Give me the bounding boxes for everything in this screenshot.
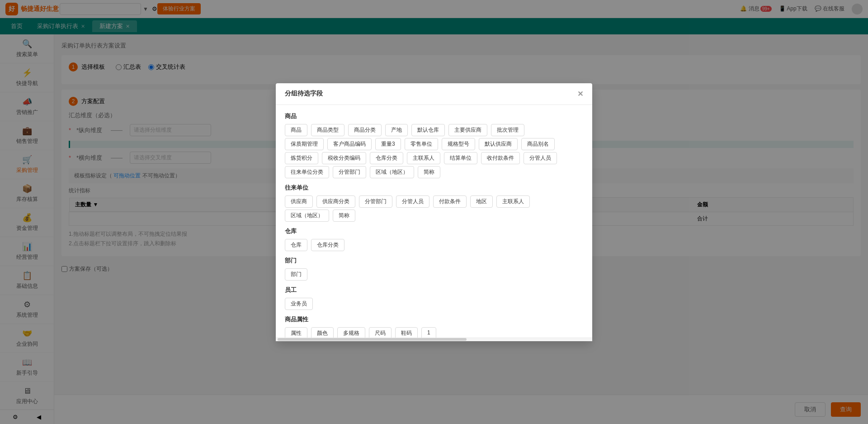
modal-title: 分组待选字段 (285, 90, 323, 98)
hscroll-thumb[interactable] (278, 338, 467, 341)
section-title-employee: 员工 (285, 286, 583, 294)
field-tag[interactable]: 商品分类 (348, 124, 382, 136)
field-tag[interactable]: 主联系人 (496, 195, 530, 208)
field-tag[interactable]: 分管部门 (359, 195, 392, 208)
field-tag[interactable]: 简称 (333, 210, 355, 222)
field-tag[interactable]: 颜色 (311, 327, 334, 338)
modal-overlay[interactable]: 分组待选字段 ✕ 商品 商品 商品类型 商品分类 产地 默认仓库 主要供应商 批… (0, 0, 868, 424)
field-tag[interactable]: 分管部门 (333, 166, 366, 178)
field-tag[interactable]: 分管人员 (396, 195, 429, 208)
field-tag[interactable]: 部门 (285, 268, 307, 281)
modal-hscroll[interactable] (276, 338, 592, 341)
field-tag[interactable]: 默认仓库 (411, 124, 445, 136)
field-tag[interactable]: 批次管理 (491, 124, 524, 136)
field-tag[interactable]: 鞋码 (395, 327, 418, 338)
section-title-partner: 往来单位 (285, 184, 583, 192)
field-tag[interactable]: 产地 (385, 124, 408, 136)
modal-dialog: 分组待选字段 ✕ 商品 商品 商品类型 商品分类 产地 默认仓库 主要供应商 批… (276, 83, 592, 341)
field-tags-employee: 业务员 (285, 298, 583, 310)
field-tag[interactable]: 仓库 (285, 239, 307, 251)
field-tags-goods-2: 保质期管理 客户商品编码 重量3 零售单位 规格型号 默认供应商 商品别名 (285, 138, 583, 150)
field-tag[interactable]: 尺码 (369, 327, 392, 338)
field-tags-goods-4: 往来单位分类 分管部门 区域（地区） 简称 (285, 166, 583, 178)
field-tag[interactable]: 地区 (470, 195, 493, 208)
field-tag[interactable]: 税收分类编码 (322, 152, 366, 164)
section-title-goods: 商品 (285, 112, 583, 120)
modal-header: 分组待选字段 ✕ (276, 83, 592, 105)
field-tag[interactable]: 简称 (418, 166, 440, 178)
field-tags-goods: 商品 商品类型 商品分类 产地 默认仓库 主要供应商 批次管理 (285, 124, 583, 136)
field-tag[interactable]: 主要供应商 (448, 124, 487, 136)
section-title-warehouse: 仓库 (285, 227, 583, 235)
field-tag[interactable]: 往来单位分类 (285, 166, 329, 178)
field-tag[interactable]: 区域（地区） (285, 210, 329, 222)
field-tag[interactable]: 付款条件 (433, 195, 467, 208)
field-tags-partner-2: 区域（地区） 简称 (285, 210, 583, 222)
field-tag[interactable]: 默认供应商 (479, 138, 518, 150)
field-tags-warehouse: 仓库 仓库分类 (285, 239, 583, 251)
section-title-dept: 部门 (285, 257, 583, 265)
modal-body: 商品 商品 商品类型 商品分类 产地 默认仓库 主要供应商 批次管理 保质期管理… (276, 105, 592, 338)
field-tags-attr: 属性 颜色 多规格 尺码 鞋码 1 (285, 327, 583, 338)
field-tag[interactable]: 仓库分类 (370, 152, 403, 164)
field-tag[interactable]: 收付款条件 (481, 152, 520, 164)
field-tag[interactable]: 结算单位 (444, 152, 477, 164)
field-tags-dept: 部门 (285, 268, 583, 281)
field-tag[interactable]: 商品别名 (521, 138, 555, 150)
field-tag[interactable]: 供应商 (285, 195, 313, 208)
modal-close-button[interactable]: ✕ (577, 90, 583, 98)
field-tag[interactable]: 业务员 (285, 298, 313, 310)
field-tag[interactable]: 区域（地区） (370, 166, 414, 178)
field-tag[interactable]: 商品类型 (311, 124, 344, 136)
field-tag[interactable]: 商品 (285, 124, 307, 136)
field-tags-partner: 供应商 供应商分类 分管部门 分管人员 付款条件 地区 主联系人 (285, 195, 583, 208)
field-tag[interactable]: 属性 (285, 327, 307, 338)
field-tag[interactable]: 主联系人 (407, 152, 440, 164)
field-tag[interactable]: 保质期管理 (285, 138, 324, 150)
field-tag[interactable]: 重量3 (375, 138, 401, 150)
field-tag[interactable]: 1 (421, 327, 436, 338)
field-tags-goods-3: 炼货积分 税收分类编码 仓库分类 主联系人 结算单位 收付款条件 分管人员 (285, 152, 583, 164)
field-tag[interactable]: 客户商品编码 (327, 138, 372, 150)
section-title-attr: 商品属性 (285, 315, 583, 324)
field-tag[interactable]: 炼货积分 (285, 152, 318, 164)
field-tag[interactable]: 供应商分类 (316, 195, 355, 208)
field-tag[interactable]: 零售单位 (405, 138, 438, 150)
field-tag[interactable]: 仓库分类 (311, 239, 344, 251)
field-tag[interactable]: 多规格 (337, 327, 365, 338)
field-tag[interactable]: 规格型号 (442, 138, 475, 150)
field-tag[interactable]: 分管人员 (524, 152, 557, 164)
